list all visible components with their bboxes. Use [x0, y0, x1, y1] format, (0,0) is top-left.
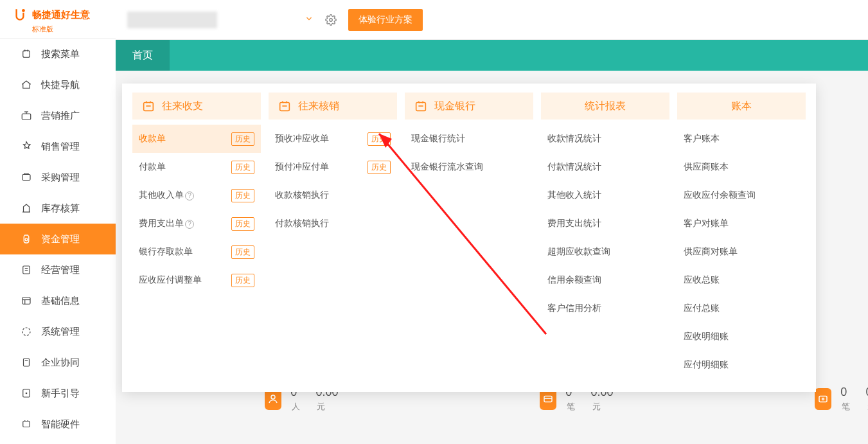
mega-col-header: 往来核销	[269, 93, 397, 120]
mega-item-3-5[interactable]: 信用余额查询	[541, 266, 669, 294]
mega-col-2: 现金银行现金银行统计现金银行流水查询	[405, 93, 533, 379]
brand-subtitle: 标准版	[32, 24, 104, 34]
mega-item-0-5[interactable]: 应收应付调整单历史	[132, 266, 261, 294]
mega-item-label: 收款单	[139, 133, 166, 145]
brand-logo-icon	[12, 6, 28, 23]
mega-item-4-8[interactable]: 应付明细账	[677, 351, 806, 379]
sidebar-item-0[interactable]: 搜索菜单	[0, 39, 116, 69]
funds-mega-menu: 往来收支收款单历史付款单历史其他收入单?历史费用支出单?历史银行存取款单历史应收…	[122, 84, 816, 392]
history-badge[interactable]: 历史	[231, 217, 254, 231]
sidebar-item-6[interactable]: 资金管理	[0, 224, 116, 254]
sidebar-item-5[interactable]: 库存核算	[0, 193, 116, 224]
sidebar-item-label: 快捷导航	[41, 79, 80, 91]
sidebar-item-8[interactable]: 基础信息	[0, 285, 116, 316]
mega-item-4-7[interactable]: 应收明细账	[677, 323, 806, 351]
mega-col-3: 统计报表收款情况统计付款情况统计其他收入统计费用支出统计超期应收款查询信用余额查…	[541, 93, 669, 379]
svg-rect-5	[22, 175, 30, 181]
sidebar-icon-3	[21, 141, 32, 152]
mega-item-1-2[interactable]: 收款核销执行	[269, 181, 397, 209]
mega-item-label: 收款核销执行	[275, 190, 329, 201]
mega-item-3-1[interactable]: 付款情况统计	[541, 153, 669, 181]
mega-item-4-6[interactable]: 应付总账	[677, 294, 806, 323]
sidebar-item-4[interactable]: 采购管理	[0, 162, 116, 193]
mega-item-4-3[interactable]: 客户对账单	[677, 209, 806, 238]
mega-item-label: 供应商账本	[684, 161, 729, 173]
sidebar-item-12[interactable]: 智能硬件	[0, 409, 116, 440]
mega-item-label: 供应商对账单	[684, 246, 738, 258]
sidebar-icon-4	[21, 172, 32, 183]
mega-item-3-0[interactable]: 收款情况统计	[541, 125, 669, 153]
history-badge[interactable]: 历史	[368, 161, 391, 174]
settings-gear-icon[interactable]	[325, 14, 337, 26]
mega-item-1-3[interactable]: 付款核销执行	[269, 209, 397, 238]
sidebar-item-label: 系统管理	[41, 326, 80, 338]
sidebar-item-9[interactable]: 系统管理	[0, 316, 116, 347]
sidebar-item-label: 营销推广	[41, 110, 80, 122]
chevron-down-icon[interactable]	[305, 14, 314, 26]
svg-rect-22	[280, 103, 290, 111]
mega-item-0-0[interactable]: 收款单历史	[132, 125, 261, 153]
mega-item-0-2[interactable]: 其他收入单?历史	[132, 181, 261, 209]
mega-item-4-1[interactable]: 供应商账本	[677, 153, 806, 181]
industry-plan-button[interactable]: 体验行业方案	[348, 9, 423, 31]
mega-item-4-2[interactable]: 应收应付余额查询	[677, 181, 806, 209]
mega-item-label: 现金银行统计	[411, 133, 465, 145]
mega-item-0-1[interactable]: 付款单历史	[132, 153, 261, 181]
mega-col-title: 统计报表	[585, 100, 626, 113]
svg-rect-1	[23, 51, 30, 58]
mega-item-3-2[interactable]: 其他收入统计	[541, 181, 669, 209]
help-icon[interactable]: ?	[185, 191, 194, 200]
mega-item-3-4[interactable]: 超期应收款查询	[541, 238, 669, 266]
mega-item-3-6[interactable]: 客户信用分析	[541, 294, 669, 323]
mega-item-1-1[interactable]: 预付冲应付单历史	[269, 153, 397, 181]
svg-point-30	[271, 395, 275, 399]
mega-item-4-0[interactable]: 客户账本	[677, 125, 806, 153]
history-badge[interactable]: 历史	[231, 245, 254, 259]
svg-rect-20	[144, 103, 154, 111]
history-badge[interactable]: 历史	[231, 132, 254, 146]
sidebar-icon-2	[21, 110, 32, 121]
mega-col-0: 往来收支收款单历史付款单历史其他收入单?历史费用支出单?历史银行存取款单历史应收…	[132, 93, 261, 379]
tab-bar: 首页	[116, 40, 868, 71]
mega-item-0-3[interactable]: 费用支出单?历史	[132, 209, 261, 238]
mega-item-label: 超期应收款查询	[547, 246, 610, 258]
svg-point-19	[330, 18, 333, 21]
sidebar-item-7[interactable]: 经营管理	[0, 254, 116, 285]
mega-col-header: 现金银行	[405, 93, 533, 120]
mega-item-0-4[interactable]: 银行存取款单历史	[132, 238, 261, 266]
svg-rect-16	[23, 389, 30, 397]
col-header-icon	[141, 99, 155, 113]
mega-item-2-0[interactable]: 现金银行统计	[405, 125, 533, 153]
svg-rect-10	[22, 297, 30, 305]
summary-card-2[interactable]: 0笔0.00元	[815, 386, 868, 413]
mega-item-4-4[interactable]: 供应商对账单	[677, 238, 806, 266]
help-icon[interactable]: ?	[185, 220, 194, 229]
mega-col-header: 账本	[677, 93, 806, 120]
sidebar-item-10[interactable]: 企业协同	[0, 347, 116, 378]
org-switcher-blurred[interactable]	[127, 12, 217, 28]
sidebar-icon-8	[21, 295, 32, 306]
sidebar-item-3[interactable]: 销售管理	[0, 131, 116, 162]
mega-item-2-1[interactable]: 现金银行流水查询	[405, 153, 533, 181]
sidebar-item-11[interactable]: 新手引导	[0, 378, 116, 409]
history-badge[interactable]: 历史	[368, 132, 391, 146]
svg-rect-14	[24, 359, 30, 366]
sidebar-icon-11	[21, 387, 32, 399]
svg-rect-33	[819, 396, 827, 402]
mega-item-label: 费用支出单?	[139, 218, 194, 229]
tab-home[interactable]: 首页	[116, 40, 170, 71]
sidebar-item-1[interactable]: 快捷导航	[0, 69, 116, 100]
mega-item-3-3[interactable]: 费用支出统计	[541, 209, 669, 238]
mega-item-1-0[interactable]: 预收冲应收单历史	[269, 125, 397, 153]
sidebar-icon-1	[21, 79, 32, 91]
mega-item-4-5[interactable]: 应收总账	[677, 266, 806, 294]
history-badge[interactable]: 历史	[231, 189, 254, 202]
history-badge[interactable]: 历史	[231, 161, 254, 174]
history-badge[interactable]: 历史	[231, 274, 254, 287]
svg-rect-7	[23, 266, 30, 274]
mega-col-header: 往来收支	[132, 93, 261, 120]
sidebar-item-label: 采购管理	[41, 172, 80, 184]
logo-area: 畅捷通好生意 标准版	[0, 0, 116, 39]
sidebar: 畅捷通好生意 标准版 搜索菜单快捷导航营销推广销售管理采购管理库存核算资金管理经…	[0, 0, 116, 444]
sidebar-item-2[interactable]: 营销推广	[0, 100, 116, 131]
